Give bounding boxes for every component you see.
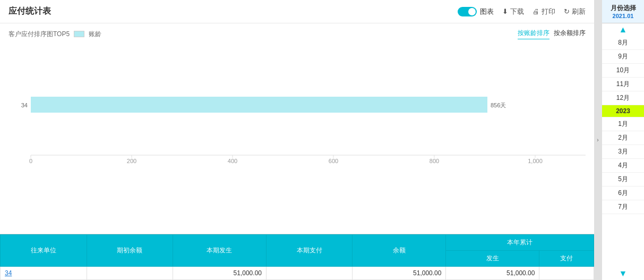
th-ytd-occurrence: 发生 <box>446 251 539 267</box>
sort-by-amount-button[interactable]: 按账龄排序 <box>518 29 549 39</box>
row-ytd-occurrence: 51,000.00 <box>446 267 539 280</box>
chart-header: 客户应付排序图TOP5 账龄 按账龄排序 按余额排序 <box>8 29 586 39</box>
table-row: 34 51,000.00 51,000.00 51,000.00 <box>1 267 594 280</box>
sidebar-month-12[interactable]: 12月 <box>602 91 644 105</box>
bar-34 <box>31 97 487 113</box>
th-unit: 往来单位 <box>1 235 87 267</box>
row-balance: 51,000.00 <box>353 267 446 280</box>
chart-canvas: 34 856天 0 200 400 600 800 <box>8 44 586 228</box>
th-occurrence: 本期发生 <box>173 235 267 267</box>
th-opening: 期初余额 <box>87 235 173 267</box>
chart-legend-title: 客户应付排序图TOP5 <box>8 30 70 39</box>
chart-section: 客户应付排序图TOP5 账龄 按账龄排序 按余额排序 34 <box>0 23 594 234</box>
sidebar-month-7[interactable]: 7月 <box>602 200 644 214</box>
print-button[interactable]: 🖨 打印 <box>533 7 555 16</box>
sidebar-divider[interactable]: › <box>594 0 602 280</box>
svg-text:200: 200 <box>127 158 136 164</box>
sort-buttons: 按账龄排序 按余额排序 <box>518 29 586 39</box>
sidebar-month-1[interactable]: 1月 <box>602 117 644 131</box>
sidebar-up-button[interactable]: ▲ <box>602 23 644 36</box>
svg-text:0: 0 <box>29 158 32 164</box>
th-ytd-payment: 支付 <box>539 251 594 267</box>
row-current-payment <box>266 267 353 280</box>
header-actions: 图表 ⬇ 下载 🖨 打印 ↻ 刷新 <box>458 7 586 16</box>
chart-toggle-label: 图表 <box>480 7 494 16</box>
sidebar-month-11[interactable]: 11月 <box>602 78 644 91</box>
th-payment: 本期支付 <box>266 235 353 267</box>
chart-legend-item: 账龄 <box>89 30 101 39</box>
print-icon: 🖨 <box>533 7 539 15</box>
sidebar: 月份选择 2021.01 ▲ 8月 9月 10月 11月 12月 2023 1月… <box>602 0 644 280</box>
chart-legend: 客户应付排序图TOP5 账龄 <box>8 30 101 39</box>
sidebar-year-2023[interactable]: 2023 <box>602 105 644 117</box>
page-header: 应付统计表 图表 ⬇ 下载 🖨 打印 ↻ 刷新 <box>0 0 594 23</box>
sidebar-header: 月份选择 2021.01 <box>602 0 644 23</box>
row-opening-balance <box>87 267 173 280</box>
svg-text:400: 400 <box>228 158 237 164</box>
download-label: 下载 <box>510 7 524 16</box>
svg-text:1,000: 1,000 <box>528 158 543 164</box>
th-ytd: 本年累计 <box>446 235 594 251</box>
svg-text:600: 600 <box>329 158 338 164</box>
refresh-button[interactable]: ↻ 刷新 <box>564 7 586 16</box>
sidebar-month-select-label: 月份选择 <box>611 4 636 13</box>
svg-text:800: 800 <box>430 158 439 164</box>
print-label: 打印 <box>542 7 555 16</box>
sidebar-month-3[interactable]: 3月 <box>602 145 644 159</box>
sidebar-down-button[interactable]: ▼ <box>602 267 644 280</box>
row-current-occurrence: 51,000.00 <box>173 267 267 280</box>
sidebar-month-4[interactable]: 4月 <box>602 159 644 173</box>
sidebar-month-2[interactable]: 2月 <box>602 131 644 145</box>
row-ytd-payment <box>539 267 594 280</box>
sidebar-month-6[interactable]: 6月 <box>602 186 644 200</box>
download-button[interactable]: ⬇ 下载 <box>502 7 524 16</box>
sort-by-balance-button[interactable]: 按余额排序 <box>554 29 586 39</box>
page-title: 应付统计表 <box>8 6 51 17</box>
bar-chart-svg: 34 856天 0 200 400 600 800 <box>8 44 586 171</box>
chart-toggle[interactable] <box>458 7 477 16</box>
row-unit-id[interactable]: 34 <box>1 267 87 280</box>
table-section: 往来单位 期初余额 本期发生 本期支付 余额 本年累计 发生 支付 34 <box>0 234 594 280</box>
svg-text:34: 34 <box>21 102 28 108</box>
download-icon: ⬇ <box>502 7 508 15</box>
sidebar-month-list: 8月 9月 10月 11月 12月 2023 1月 2月 3月 4月 5月 6月… <box>602 36 644 267</box>
sidebar-month-9[interactable]: 9月 <box>602 50 644 64</box>
chart-toggle-group[interactable]: 图表 <box>458 7 494 16</box>
svg-text:856天: 856天 <box>491 102 506 108</box>
th-balance: 余额 <box>353 235 446 267</box>
sidebar-month-10[interactable]: 10月 <box>602 64 644 78</box>
data-table: 往来单位 期初余额 本期发生 本期支付 余额 本年累计 发生 支付 34 <box>0 234 594 280</box>
refresh-icon: ↻ <box>564 7 570 15</box>
sidebar-current-value: 2021.01 <box>611 13 636 19</box>
sidebar-month-5[interactable]: 5月 <box>602 173 644 186</box>
refresh-label: 刷新 <box>572 7 586 16</box>
legend-color-box <box>74 31 84 37</box>
sidebar-month-8[interactable]: 8月 <box>602 36 644 50</box>
